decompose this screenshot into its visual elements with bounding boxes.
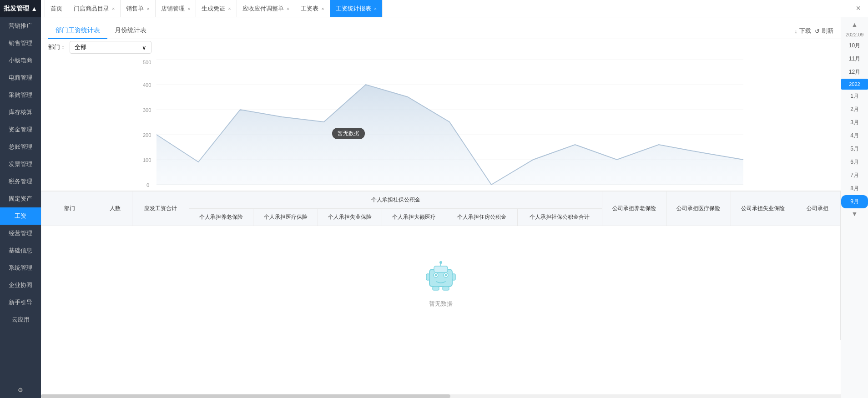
svg-point-18 [435, 274, 437, 277]
tab-close-payroll-report[interactable]: × [374, 6, 377, 11]
tab-close-sales-order[interactable]: × [146, 6, 149, 11]
month-3[interactable]: 3月 [841, 116, 868, 129]
th-personal-total: 个人承担社保公积金合计 [517, 209, 602, 226]
sidebar: 批发管理 ▲ 营销推广 销售管理 小畅电商 电商管理 采购管理 库存核算 资金管… [0, 0, 41, 398]
sidebar-item-xiaochangdianshang[interactable]: 小畅电商 [0, 52, 41, 69]
svg-text:0: 0 [146, 182, 149, 188]
th-headcount: 人数 [98, 191, 132, 226]
table-area[interactable]: 部门 人数 应发工资合计 个人承担社保公积金 公司承担养老保险 公司承担医疗保险… [41, 191, 841, 394]
svg-rect-20 [426, 274, 429, 280]
sidebar-item-jichu[interactable]: 基础信息 [0, 242, 41, 259]
chevron-down-icon: ∨ [142, 44, 146, 51]
tab-home[interactable]: 首页 [45, 0, 68, 17]
month-2022-12[interactable]: 12月 [841, 65, 868, 79]
sidebar-item-xiaoshou[interactable]: 销售管理 [0, 35, 41, 52]
sub-tab-dept[interactable]: 部门工资统计表 [48, 23, 107, 39]
th-personal-pension: 个人承担养老保险 [189, 209, 253, 226]
sidebar-item-fapiao[interactable]: 发票管理 [0, 156, 41, 173]
th-personal-medical: 个人承担医疗保险 [253, 209, 318, 226]
sub-tab-month[interactable]: 月份统计表 [107, 23, 154, 39]
tab-close-voucher[interactable]: × [228, 6, 231, 11]
th-dept: 部门 [41, 191, 98, 226]
sidebar-item-gudingzichan[interactable]: 固定资产 [0, 190, 41, 207]
up-arrow[interactable]: ▲ [852, 19, 858, 30]
toolbar: ↓ 下载 ↺ 刷新 [795, 23, 834, 39]
tab-close-ar-ap[interactable]: × [287, 6, 289, 11]
th-company-medical: 公司承担医疗保险 [666, 191, 731, 226]
gear-icon: ⚙ [18, 387, 23, 393]
sidebar-item-kucun[interactable]: 库存核算 [0, 104, 41, 121]
download-button[interactable]: ↓ 下载 [795, 27, 812, 35]
month-2[interactable]: 2月 [841, 103, 868, 116]
svg-text:100: 100 [143, 157, 151, 163]
svg-rect-13 [434, 266, 448, 272]
sidebar-item-jingyingguan[interactable]: 经营管理 [0, 225, 41, 242]
chart-svg: 0 100 200 300 400 500 [48, 57, 833, 189]
th-company-unemployment: 公司承担失业保险 [731, 191, 795, 226]
svg-text:200: 200 [143, 132, 151, 138]
tabbar: 首页 门店商品目录 × 销售单 × 店铺管理 × 生成凭证 × 应收应付调整单 … [41, 0, 868, 17]
empty-state-cell: 暂无数据 [41, 226, 841, 340]
tab-store-catalog[interactable]: 门店商品目录 × [68, 0, 121, 17]
empty-text: 暂无数据 [429, 300, 453, 308]
right-panel: ▲ 2022.09 10月 11月 12月 2022 1月 2月 3月 4月 5… [841, 17, 868, 398]
tab-close-store-mgmt[interactable]: × [187, 6, 190, 11]
sidebar-item-xitong[interactable]: 系统管理 [0, 259, 41, 277]
sidebar-header[interactable]: 批发管理 ▲ [0, 0, 41, 17]
month-9[interactable]: 9月 [841, 195, 868, 208]
th-personal-major-medical: 个人承担大额医疗 [382, 209, 446, 226]
svg-rect-22 [433, 287, 439, 290]
data-table: 部门 人数 应发工资合计 个人承担社保公积金 公司承担养老保险 公司承担医疗保险… [41, 191, 841, 340]
sidebar-footer-settings[interactable]: ⚙ [0, 382, 41, 398]
svg-text:400: 400 [143, 82, 151, 88]
tab-voucher[interactable]: 生成凭证 × [196, 0, 237, 17]
down-arrow[interactable]: ▼ [852, 208, 858, 219]
month-5[interactable]: 5月 [841, 142, 868, 156]
sidebar-item-dianshangguan[interactable]: 电商管理 [0, 69, 41, 86]
tab-payroll[interactable]: 工资表 × [295, 0, 330, 17]
sidebar-item-zijin[interactable]: 资金管理 [0, 121, 41, 138]
dept-filter-select[interactable]: 全部 ∨ [70, 41, 151, 54]
year-2023-label[interactable]: 2022 [841, 79, 868, 90]
filter-row: 部门： 全部 ∨ [41, 39, 841, 57]
sidebar-item-shuiwu[interactable]: 税务管理 [0, 173, 41, 190]
month-1[interactable]: 1月 [841, 90, 868, 103]
month-2022-10[interactable]: 10月 [841, 39, 868, 52]
th-personal-unemployment: 个人承担失业保险 [318, 209, 382, 226]
sidebar-item-caigou[interactable]: 采购管理 [0, 86, 41, 104]
th-company-pension: 公司承担养老保险 [602, 191, 666, 226]
sidebar-item-gongzi[interactable]: 工资 [0, 207, 41, 225]
tab-ar-ap[interactable]: 应收应付调整单 × [237, 0, 295, 17]
svg-point-15 [439, 261, 442, 264]
tab-close-store-catalog[interactable]: × [112, 6, 115, 11]
month-7[interactable]: 7月 [841, 169, 868, 182]
tab-sales-order[interactable]: 销售单 × [121, 0, 155, 17]
tab-store-mgmt[interactable]: 店铺管理 × [156, 0, 196, 17]
month-4[interactable]: 4月 [841, 129, 868, 142]
month-6[interactable]: 6月 [841, 156, 868, 169]
tab-close-payroll[interactable]: × [321, 6, 324, 11]
h-scrollbar-thumb[interactable] [41, 394, 450, 398]
sidebar-item-yunyingyong[interactable]: 云应用 [0, 311, 41, 328]
svg-text:500: 500 [143, 60, 151, 65]
th-personal-housing-fund: 个人承担住房公积金 [446, 209, 517, 226]
sidebar-collapse-icon[interactable]: ▲ [31, 5, 37, 12]
refresh-button[interactable]: ↺ 刷新 [815, 27, 833, 35]
h-scrollbar[interactable] [41, 394, 841, 398]
tab-payroll-report[interactable]: 工资统计报表 × [330, 0, 383, 17]
empty-state: 暂无数据 [45, 231, 837, 335]
chart-area: 0 100 200 300 400 500 [41, 57, 841, 191]
svg-rect-21 [452, 274, 455, 280]
sidebar-item-xinshou[interactable]: 新手引导 [0, 294, 41, 311]
sub-tabs: 部门工资统计表 月份统计表 [48, 17, 154, 39]
month-8[interactable]: 8月 [841, 182, 868, 195]
tabbar-close-all[interactable]: × [852, 4, 864, 13]
sidebar-item-qiye[interactable]: 企业协同 [0, 277, 41, 294]
left-panel: 部门工资统计表 月份统计表 ↓ 下载 ↺ 刷新 [41, 17, 841, 398]
sidebar-item-zongzhang[interactable]: 总账管理 [0, 138, 41, 156]
empty-icon [423, 258, 459, 294]
main-area: 首页 门店商品目录 × 销售单 × 店铺管理 × 生成凭证 × 应收应付调整单 … [41, 0, 868, 398]
sidebar-item-yingxiao[interactable]: 营销推广 [0, 17, 41, 35]
th-total-wage: 应发工资合计 [132, 191, 189, 226]
month-2022-11[interactable]: 11月 [841, 52, 868, 65]
